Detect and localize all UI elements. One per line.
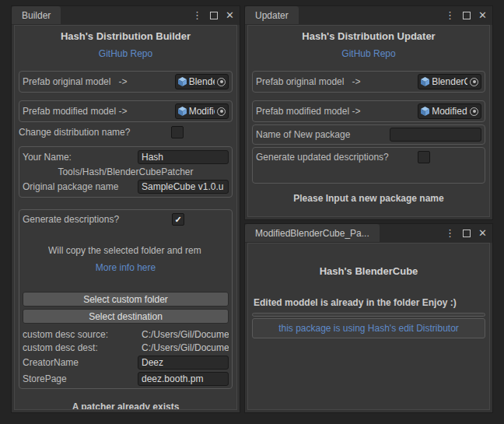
maximize-icon[interactable] — [463, 12, 471, 19]
builder-content: Hash's Distribution Builder GitHub Repo … — [14, 25, 237, 410]
generate-updated-desc-label: Generate updated descriptions? — [256, 152, 418, 163]
your-name-input[interactable]: Hash — [138, 150, 229, 164]
updater-github-link[interactable]: GitHub Repo — [252, 48, 485, 59]
store-page-label: StorePage — [23, 373, 138, 384]
prefab-modified-object-field[interactable]: ModifiedBlen — [175, 103, 229, 119]
prefab-original-label: Prefab original model -> — [256, 76, 360, 87]
store-page-input[interactable]: deez.booth.pm — [138, 372, 229, 386]
updater-prefab-modified-group: Prefab modified model -> ModifiedBlender… — [252, 100, 485, 122]
desc-dest-label: custom desc dest: — [23, 342, 142, 353]
prefab-cube-icon — [421, 77, 429, 86]
package-divider-bar — [252, 313, 485, 317]
builder-prefab-original-group: Prefab original model -> BlenderCube — [19, 71, 233, 93]
desc-source-label: custom desc source: — [23, 329, 142, 340]
prefab-cube-icon — [421, 107, 429, 116]
desc-source-row: custom desc source: C:/Users/Gil/Docume — [23, 328, 229, 340]
builder-prefab-modified-group: Prefab modified model -> ModifiedBlen — [19, 100, 233, 122]
your-name-label: Your Name: — [23, 152, 138, 163]
change-name-label: Change distribution name? — [19, 127, 171, 138]
prefab-modified-object-field[interactable]: ModifiedBlenderCu — [418, 103, 481, 119]
kebab-menu-icon[interactable]: ⋮ — [445, 228, 455, 238]
prefab-original-label: Prefab original model -> — [23, 76, 127, 87]
builder-tabbar: Builder ⋮ ✕ — [12, 6, 240, 25]
generate-updated-desc-checkbox[interactable] — [418, 151, 430, 163]
tab-package-label: ModifiedBlenderCube_Pa... — [255, 228, 369, 239]
package-window-controls: ⋮ ✕ — [445, 224, 487, 242]
prefab-original-value: BlenderCubePrefa — [432, 76, 467, 87]
updater-content: Hash's Distribution Updater GitHub Repo … — [247, 25, 490, 217]
close-icon[interactable]: ✕ — [478, 228, 487, 238]
new-package-label: Name of New package — [256, 129, 390, 140]
builder-window: Builder ⋮ ✕ Hash's Distribution Builder … — [11, 5, 240, 413]
generate-desc-checkbox[interactable]: ✓ — [172, 213, 184, 226]
updater-window-controls: ⋮ ✕ — [445, 6, 487, 24]
creator-name-label: CreatorName — [23, 357, 138, 368]
package-window: ModifiedBlenderCube_Pa... ⋮ ✕ Hash's Ble… — [244, 223, 493, 413]
object-picker-icon[interactable] — [470, 78, 478, 86]
builder-status-text: A patcher already exists — [19, 401, 233, 410]
change-name-row: Change distribution name? — [19, 125, 233, 139]
updater-descriptions-group: Generate updated descriptions? — [252, 147, 485, 184]
new-package-input[interactable] — [390, 128, 481, 142]
prefab-cube-icon — [178, 77, 187, 86]
generate-desc-label: Generate descriptions? — [23, 214, 172, 225]
updater-title: Hash's Distribution Updater — [252, 30, 485, 42]
builder-github-link[interactable]: GitHub Repo — [19, 48, 233, 59]
tab-updater-label: Updater — [255, 10, 289, 21]
copy-info-text: Will copy the selected folder and rem — [48, 245, 229, 256]
prefab-modified-value: ModifiedBlenderCu — [432, 106, 467, 117]
maximize-icon[interactable] — [210, 12, 218, 19]
prefab-original-value: BlenderCube — [189, 76, 215, 87]
prefab-modified-value: ModifiedBlen — [189, 106, 215, 117]
tab-package[interactable]: ModifiedBlenderCube_Pa... — [245, 224, 380, 242]
creator-name-input[interactable]: Deez — [138, 356, 229, 370]
close-icon[interactable]: ✕ — [478, 10, 487, 20]
original-package-input[interactable]: SampleCube v1.0.u — [138, 180, 229, 194]
package-tabbar: ModifiedBlenderCube_Pa... ⋮ ✕ — [245, 224, 492, 243]
tab-builder[interactable]: Builder — [12, 6, 61, 24]
updater-new-package-group: Name of New package — [252, 124, 485, 145]
tab-builder-label: Builder — [22, 10, 51, 21]
prefab-cube-icon — [178, 107, 187, 116]
prefab-modified-label: Prefab modified model -> — [256, 106, 360, 117]
prefab-original-object-field[interactable]: BlenderCube — [175, 74, 229, 89]
close-icon[interactable]: ✕ — [226, 10, 234, 20]
updater-prefab-original-group: Prefab original model -> BlenderCubePref… — [252, 71, 485, 93]
change-name-checkbox[interactable] — [171, 126, 184, 138]
package-title: Hash's BlenderCube — [252, 265, 485, 277]
updater-tabbar: Updater ⋮ ✕ — [245, 6, 492, 25]
package-message: Edited moddel is already in the folder E… — [252, 297, 485, 309]
updater-status-text: Please Input a new package name — [252, 193, 485, 205]
more-info-link[interactable]: More info here — [23, 262, 229, 273]
package-content: Hash's BlenderCube Edited moddel is alre… — [247, 243, 490, 410]
prefab-original-object-field[interactable]: BlenderCubePrefa — [418, 74, 481, 89]
builder-descriptions-group: Generate descriptions? ✓ Will copy the s… — [19, 209, 233, 389]
object-picker-icon[interactable] — [217, 78, 226, 86]
maximize-icon[interactable] — [463, 230, 471, 237]
package-distributor-link-button[interactable]: this package is using Hash's edit Distri… — [252, 318, 485, 338]
builder-window-controls: ⋮ ✕ — [192, 6, 234, 24]
object-picker-icon[interactable] — [470, 107, 478, 116]
object-picker-icon[interactable] — [217, 107, 226, 116]
select-destination-button[interactable]: Select destination — [23, 309, 229, 324]
desc-dest-value: C:/Users/Gil/Docume — [142, 342, 229, 353]
kebab-menu-icon[interactable]: ⋮ — [445, 10, 455, 20]
builder-title: Hash's Distribution Builder — [19, 30, 233, 42]
original-package-label: Original package name — [23, 181, 138, 192]
desc-dest-row: custom desc dest: C:/Users/Gil/Docume — [23, 342, 229, 353]
desc-source-value: C:/Users/Gil/Docume — [142, 329, 229, 340]
prefab-modified-label: Prefab modified model -> — [23, 106, 127, 117]
kebab-menu-icon[interactable]: ⋮ — [192, 10, 202, 20]
updater-window: Updater ⋮ ✕ Hash's Distribution Updater … — [244, 5, 493, 220]
menu-path-label: Tools/Hash/BlenderCubePatcher — [23, 166, 229, 177]
tab-updater[interactable]: Updater — [245, 6, 299, 24]
builder-name-group: Your Name: Hash Tools/Hash/BlenderCubePa… — [19, 146, 233, 198]
select-custom-folder-button[interactable]: Select custom folder — [23, 292, 229, 307]
